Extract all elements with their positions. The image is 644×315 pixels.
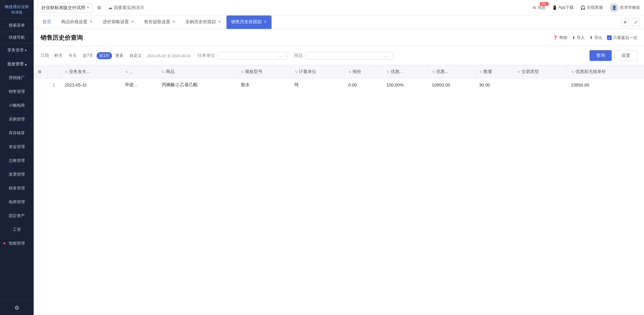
query-button[interactable]: 查询 — [589, 50, 612, 61]
online-service-button[interactable]: 🎧 在线客服 — [580, 5, 603, 10]
sidebar-item-search[interactable]: 搜索菜单 — [0, 19, 34, 32]
sidebar-item-ecommerce-small[interactable]: 小畅电商 — [0, 99, 34, 112]
sort-icon-product: ⇅ — [162, 70, 165, 74]
sort-icon-unit: ⇅ — [295, 70, 297, 74]
supplier-filter-group: 往来单位 … — [198, 52, 287, 60]
sidebar-item-salary[interactable]: 工资 — [0, 223, 34, 237]
sort-icon-pretax: ⇅ — [571, 70, 574, 74]
th-discount2[interactable]: ⇅ 优惠... — [428, 65, 475, 78]
sidebar-item-purchase[interactable]: 采购管理 — [0, 112, 34, 126]
sidebar-item-finance[interactable]: 资金管理 — [0, 140, 34, 154]
version-selector-label: 好业财标准版交付试用 — [41, 5, 85, 11]
tab-sale-history[interactable]: 销售历史价跟踪 ✕ — [226, 15, 272, 29]
sidebar-item-general-ledger[interactable]: 总账管理 — [0, 154, 34, 168]
supplier-dots-button[interactable]: … — [277, 53, 284, 58]
help-button[interactable]: ❓ 帮助 — [553, 35, 567, 41]
sidebar-item-sales[interactable]: 销售管理 — [0, 85, 34, 99]
sidebar-item-smart-label: 智能管理 — [9, 241, 25, 246]
table-row[interactable]: 1 2023-05-31 华迹... 丙烯酸-2-乙基己酯 散水 吨 0.00 … — [34, 78, 644, 92]
th-product[interactable]: ⇅ 商品 — [158, 65, 237, 78]
version-selector[interactable]: 好业财标准版交付试用 ▾ — [38, 3, 93, 12]
close-window-button[interactable]: ✕ — [621, 18, 629, 26]
page-header-actions: ❓ 帮助 ⬇ 导入 ⬆ 导出 ✓ 只看最后一次 — [553, 35, 637, 41]
date-option-today[interactable]: 今天 — [66, 52, 79, 59]
topbar-gear-icon[interactable]: ⚙ — [97, 5, 101, 11]
th-date[interactable]: ⇅ 业务发生... — [61, 65, 121, 78]
sidebar-item-marketing[interactable]: 营销推广 — [0, 71, 34, 85]
tab-sale-extract[interactable]: 售价提取设置 ✕ — [139, 15, 180, 29]
expand-window-button[interactable]: ⤢ — [632, 18, 640, 26]
close-tab-sale-extract-icon[interactable]: ✕ — [172, 20, 175, 24]
sidebar-item-ecommerce[interactable]: 电商管理 — [0, 195, 34, 209]
sidebar-item-tax[interactable]: 税务管理 — [0, 181, 34, 195]
date-option-last7[interactable]: 近7天 — [80, 52, 96, 59]
settings-button[interactable]: 设置 — [614, 50, 637, 61]
date-option-last1m[interactable]: 近1月 — [97, 52, 112, 59]
close-tab-product-price-icon[interactable]: ✕ — [90, 20, 93, 24]
close-tab-purchase-history-icon[interactable]: ✕ — [218, 20, 221, 24]
export-button[interactable]: ⬆ 导出 — [589, 35, 602, 41]
th-price[interactable]: ⇅ 报价 — [344, 65, 382, 78]
product-filter-label: 商品 — [294, 53, 303, 59]
tab-purchase-history[interactable]: 采购历史价跟踪 ✕ — [181, 15, 226, 29]
sort-icon-discount2: ⇅ — [432, 70, 435, 74]
sidebar-item-inventory[interactable]: 库存核算 — [0, 126, 34, 140]
th-spec[interactable]: ⇅ 规格型号 — [237, 65, 291, 78]
sidebar-item-wholesale[interactable]: 批发管理 ▴ — [0, 57, 34, 71]
online-service-label: 在线客服 — [587, 5, 603, 10]
th-unit[interactable]: ⇅ 计量单位 — [290, 65, 344, 78]
main-content: 好业财标准版交付试用 ▾ ⚙ ☁ 我要看实例演示 ✉ 消息 99+ 📱 App下… — [34, 0, 644, 315]
sidebar-item-fixed-assets-label: 固定资产 — [9, 213, 25, 219]
sidebar-item-fixed-assets[interactable]: 固定资产 — [0, 209, 34, 223]
row-date: 2023-05-31 — [61, 78, 121, 92]
th-pretax-price[interactable]: ⇅ 优惠前无税单价 — [567, 65, 644, 78]
close-tab-purchase-strategy-icon[interactable]: ✕ — [131, 20, 134, 24]
page-header: 销售历史价查询 ❓ 帮助 ⬇ 导入 ⬆ 导出 ✓ — [34, 29, 644, 46]
sort-icon-spec: ⇅ — [241, 70, 244, 74]
app-download-button[interactable]: 📱 App下载 — [552, 5, 574, 10]
row-product: 丙烯酸-2-乙基己酯 — [158, 78, 237, 92]
supplier-input[interactable] — [221, 53, 277, 58]
sidebar-item-retail-label: 零售管理 — [7, 47, 24, 53]
close-tab-sale-history-icon[interactable]: ✕ — [264, 20, 267, 24]
import-button[interactable]: ⬇ 导入 — [572, 35, 585, 41]
sidebar-item-invoice[interactable]: 发票管理 — [0, 168, 34, 181]
tab-home-label: 首页 — [42, 19, 51, 25]
message-button[interactable]: ✉ 消息 99+ — [533, 5, 545, 10]
th-qty[interactable]: ⇅ 数量 — [475, 65, 513, 78]
date-option-more[interactable]: 更多 — [113, 52, 126, 59]
th-discount1[interactable]: ⇅ 优惠... — [382, 65, 428, 78]
th-date-label: 业务发生... — [69, 69, 90, 75]
tabbar-actions: ✕ ⤢ — [621, 18, 640, 26]
row-price: 0.00 — [344, 78, 382, 92]
sidebar-item-retail[interactable]: 零售管理 ▾ — [0, 43, 34, 57]
cloud-icon: ☁ — [108, 5, 112, 10]
demo-button[interactable]: ☁ 我要看实例演示 — [108, 5, 144, 11]
tab-product-price[interactable]: 商品价格设置 ✕ — [57, 15, 97, 29]
sidebar-item-inventory-label: 库存核算 — [9, 130, 25, 136]
th-more[interactable]: ⇅ ... — [121, 65, 157, 78]
date-option-custom[interactable]: 自定义 — [127, 52, 144, 59]
th-gear[interactable]: ⚙ — [34, 65, 47, 78]
th-more-label: ... — [129, 69, 133, 74]
th-trade-type[interactable]: ⇅ 交易类型 — [513, 65, 567, 78]
message-badge: 99+ — [540, 2, 549, 6]
message-icon: ✉ — [533, 5, 536, 10]
tab-home[interactable]: 首页 — [38, 15, 56, 29]
table-gear-icon[interactable]: ⚙ — [38, 69, 42, 74]
only-last-checkbox[interactable]: ✓ 只看最后一次 — [607, 35, 637, 41]
th-trade-type-label: 交易类型 — [522, 69, 539, 75]
product-input[interactable] — [309, 53, 383, 58]
tab-product-price-label: 商品价格设置 — [61, 19, 87, 25]
help-label: 帮助 — [559, 35, 567, 41]
filter-actions: 查询 设置 — [589, 50, 637, 61]
sidebar-item-quicknav[interactable]: 快捷导航 — [0, 32, 34, 43]
app-download-label: App下载 — [559, 5, 574, 10]
user-profile-button[interactable]: 👤 徐泽华修改 — [610, 3, 640, 12]
sidebar-item-smart[interactable]: 智能管理 — [0, 237, 34, 250]
date-option-yesterday[interactable]: 昨天 — [52, 52, 65, 59]
tab-purchase-strategy[interactable]: 进价策略设置 ✕ — [98, 15, 139, 29]
sidebar-gear-icon[interactable]: ⚙ — [14, 305, 19, 311]
export-icon: ⬆ — [589, 35, 593, 40]
product-dots-button[interactable]: … — [383, 53, 390, 58]
